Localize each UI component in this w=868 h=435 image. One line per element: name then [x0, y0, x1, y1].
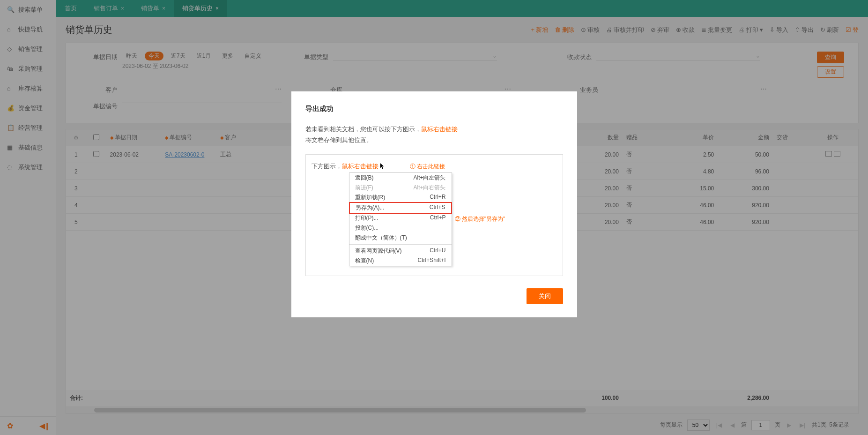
img-text-pre: 下方图示，: [312, 163, 342, 170]
ctx-shortcut: Alt+向左箭头: [413, 174, 445, 182]
modal-line2: 将文档存储到其他位置。: [305, 136, 372, 143]
instruction-image: 下方图示，鼠标右击链接 ① 右击此链接 返回(B)Alt+向左箭头前进(F)Al…: [305, 154, 563, 276]
ctx-item: 查看网页源代码(V)Ctrl+U: [349, 246, 452, 256]
img-link: 鼠标右击链接: [342, 163, 378, 170]
context-menu: 返回(B)Alt+向左箭头前进(F)Alt+向右箭头重新加载(R)Ctrl+R另…: [349, 172, 452, 266]
ctx-label: 另存为(A)...: [356, 204, 385, 212]
modal-title: 导出成功: [305, 105, 563, 113]
modal-overlay[interactable]: 导出成功 若未看到相关文档，您也可以按下方图示，鼠标右击链接 将文档存储到其他位…: [0, 0, 868, 435]
ctx-label: 投射(C)...: [355, 224, 379, 232]
cursor-icon: [380, 163, 386, 170]
ctx-item: 返回(B)Alt+向左箭头: [349, 173, 452, 183]
ctx-label: 检查(N): [355, 257, 374, 265]
note-2: ② 然后选择"另存为": [455, 215, 505, 223]
ctx-item: 翻成中文（简体）(T): [349, 233, 452, 243]
ctx-label: 查看网页源代码(V): [355, 247, 402, 255]
ctx-separator: [349, 244, 452, 245]
close-button[interactable]: 关闭: [527, 288, 563, 304]
ctx-label: 前进(F): [355, 184, 373, 192]
ctx-item: 打印(P)...Ctrl+P: [349, 213, 452, 223]
ctx-shortcut: Ctrl+U: [430, 247, 445, 255]
ctx-item: 检查(N)Ctrl+Shift+I: [349, 256, 452, 266]
ctx-shortcut: Ctrl+P: [430, 214, 446, 222]
note-1: ① 右击此链接: [410, 163, 445, 170]
ctx-shortcut: Ctrl+R: [430, 194, 445, 202]
ctx-label: 打印(P)...: [355, 214, 378, 222]
right-click-link[interactable]: 鼠标右击链接: [421, 126, 458, 133]
ctx-label: 翻成中文（简体）(T): [355, 234, 407, 242]
ctx-item: 投射(C)...: [349, 223, 452, 233]
modal-line1-pre: 若未看到相关文档，您也可以按下方图示，: [305, 126, 421, 133]
modal-text: 若未看到相关文档，您也可以按下方图示，鼠标右击链接 将文档存储到其他位置。: [305, 124, 563, 146]
ctx-label: 返回(B): [355, 174, 374, 182]
ctx-item: 前进(F)Alt+向右箭头: [349, 183, 452, 193]
ctx-item: 重新加载(R)Ctrl+R: [349, 193, 452, 202]
export-success-modal: 导出成功 若未看到相关文档，您也可以按下方图示，鼠标右击链接 将文档存储到其他位…: [291, 91, 577, 317]
ctx-shortcut: Ctrl+Shift+I: [417, 257, 445, 265]
ctx-label: 重新加载(R): [355, 194, 386, 202]
ctx-shortcut: Ctrl+S: [430, 204, 445, 212]
ctx-item: 另存为(A)...Ctrl+S: [349, 202, 452, 214]
ctx-shortcut: Alt+向右箭头: [413, 184, 445, 192]
